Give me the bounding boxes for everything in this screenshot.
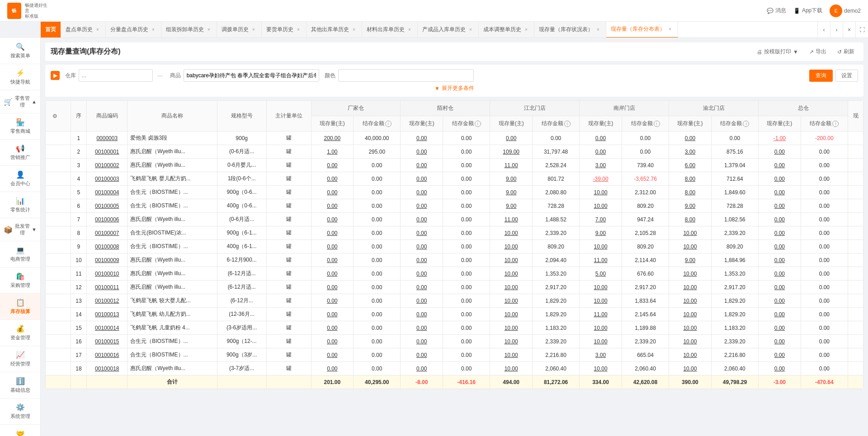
sidebar-item-purchase[interactable]: 🛍️ 采购管理 [0, 267, 40, 294]
table-cell: 0.00 [801, 321, 848, 335]
sidebar-item-wholesale[interactable]: 📦 批发管理 ▼ [0, 218, 40, 241]
table-cell[interactable]: 00100001 [87, 145, 127, 159]
table-cell[interactable]: 00100016 [87, 348, 127, 362]
col-settings-header[interactable]: ⚙ [46, 101, 71, 131]
table-cell [848, 226, 863, 240]
table-cell: 0.00 [801, 362, 848, 375]
total-amt-info[interactable]: i [832, 121, 839, 127]
tab-close-qita[interactable]: × [351, 27, 357, 33]
sidebar-item-collab[interactable]: 🤝 企业协同 [0, 425, 40, 436]
tab-close-pandian[interactable]: × [94, 27, 101, 33]
tab-close-yaohuo[interactable]: × [295, 27, 302, 33]
tab-kucun-dist[interactable]: 现存量（库存分布表） × [606, 22, 678, 38]
table-cell[interactable]: 00100011 [87, 281, 127, 294]
settings-icon[interactable]: ⚙ [48, 110, 61, 122]
table-cell: 1,849.60 [711, 186, 758, 199]
table-cell: 10.00 [669, 321, 712, 335]
tab-close-kucun-status[interactable]: × [595, 27, 601, 33]
sidebar-item-inventory[interactable]: 📋 库存核算 [0, 294, 40, 320]
print-icon: 🖨 [757, 49, 762, 55]
table-cell: 0.00 [354, 321, 401, 335]
table-cell: 400g（0-6... [217, 199, 266, 213]
table-cell: 9 [71, 240, 87, 253]
table-cell: 0.00 [354, 240, 401, 253]
tab-prev-btn[interactable]: ‹ [817, 22, 830, 38]
app-download-btn[interactable]: 📱 App下载 [793, 7, 822, 14]
warehouse-more-btn[interactable]: ··· [156, 72, 165, 79]
table-cell[interactable]: 00100015 [87, 335, 127, 348]
table-cell: 10.00 [669, 362, 712, 375]
table-cell[interactable]: 00100008 [87, 240, 127, 253]
collapse-btn[interactable]: ▶ [51, 71, 60, 80]
tab-maximize-btn[interactable]: ⛶ [855, 22, 868, 38]
tab-fenliang[interactable]: 分量盘点单历史 × [106, 22, 161, 38]
sidebar-item-retail-mgmt[interactable]: 🛒 零售管理 ▲ [0, 90, 40, 113]
factory-amt-info[interactable]: i [385, 121, 392, 127]
tab-close-chengben[interactable]: × [523, 27, 529, 33]
tab-chengpin[interactable]: 产成品入库单历史 × [418, 22, 479, 38]
sidebar-item-retail-stats[interactable]: 📊 零售统计 [0, 192, 40, 218]
tab-close-diaobo[interactable]: × [250, 27, 257, 33]
table-cell: 900g（0-6... [217, 186, 266, 199]
avatar: E [830, 5, 842, 17]
table-cell[interactable]: 00100006 [87, 213, 127, 226]
tab-zuzhuang[interactable]: 组装拆卸单历史 × [161, 22, 217, 38]
tab-close-kucun-dist[interactable]: × [667, 26, 673, 33]
sidebar-item-ecommerce[interactable]: 💻 电商管理 [0, 241, 40, 267]
mucun-amt-info[interactable]: i [475, 121, 481, 127]
sidebar-item-member[interactable]: 👤 会员中心 [0, 166, 40, 192]
sidebar-item-finance[interactable]: 💰 资金管理 [0, 320, 40, 346]
tab-qita[interactable]: 其他出库单历史 × [307, 22, 362, 38]
message-btn[interactable]: 💬 消息 [767, 7, 786, 14]
query-btn[interactable]: 查询 [809, 70, 833, 82]
tab-close-chengpin[interactable]: × [467, 27, 474, 33]
tab-diaobo[interactable]: 调拨单历史 × [217, 22, 262, 38]
export-btn[interactable]: ↗ 导出 [806, 46, 830, 57]
sidebar-item-system[interactable]: ⚙️ 系统管理 [0, 398, 40, 425]
warehouse-input[interactable] [79, 69, 153, 82]
table-cell: 0.00 [622, 131, 669, 145]
table-cell[interactable]: 00100010 [87, 267, 127, 281]
table-cell[interactable]: 00100007 [87, 226, 127, 240]
tab-home[interactable]: 首页 [41, 22, 61, 38]
table-cell[interactable]: 00100009 [87, 253, 127, 267]
table-cell[interactable]: 00100012 [87, 294, 127, 308]
table-cell[interactable]: 0000003 [87, 131, 127, 145]
tab-close-cailiao[interactable]: × [406, 27, 413, 33]
expand-conditions-btn[interactable]: ▼ 展开更多条件 [51, 84, 858, 92]
table-cell: 665.04 [622, 348, 669, 362]
sidebar-item-marketing[interactable]: 📢 营销推广 [0, 140, 40, 166]
tab-close-fenliang[interactable]: × [150, 27, 156, 33]
sidebar-item-retail-mall[interactable]: 🏪 零售商城 [0, 113, 40, 140]
tab-cailiao[interactable]: 材料出库单历史 × [362, 22, 418, 38]
yubei-amt-info[interactable]: i [743, 121, 749, 127]
table-cell[interactable]: 00100005 [87, 199, 127, 213]
table-cell[interactable]: 00100013 [87, 308, 127, 321]
tab-yaohuo[interactable]: 要货单历史 × [262, 22, 307, 38]
jiangbei-amt-info[interactable]: i [564, 121, 571, 127]
tab-close-all-btn[interactable]: × [843, 22, 855, 38]
table-cell[interactable]: 00100003 [87, 172, 127, 186]
table-cell: 0.00 [801, 145, 848, 159]
tab-chengben[interactable]: 成本调整单历史 × [479, 22, 534, 38]
refresh-btn[interactable]: ↺ 刷新 [834, 46, 858, 57]
table-cell[interactable]: 00100002 [87, 159, 127, 172]
table-cell[interactable]: 00100018 [87, 362, 127, 375]
table-cell [848, 172, 863, 186]
tab-next-btn[interactable]: › [830, 22, 843, 38]
tab-close-zuzhuang[interactable]: × [206, 27, 212, 33]
sidebar-item-nav[interactable]: ⚡ 快捷导航 [0, 64, 40, 90]
tab-kucun-status[interactable]: 现存量（库存状况表） × [534, 22, 606, 38]
nanan-amt-info[interactable]: i [654, 121, 660, 127]
tab-pandian[interactable]: 盘点单历史 × [61, 22, 106, 38]
sidebar-item-business[interactable]: 📈 经营管理 [0, 346, 40, 372]
color-input[interactable] [338, 69, 474, 82]
user-avatar[interactable]: E demo2 [830, 5, 861, 17]
goods-input[interactable] [184, 69, 319, 82]
sidebar-item-search[interactable]: 🔍 搜索英单 [0, 38, 40, 64]
table-cell[interactable]: 00100004 [87, 186, 127, 199]
print-btn[interactable]: 🖨 按模版打印 ▼ [753, 46, 802, 57]
table-cell[interactable]: 00100014 [87, 321, 127, 335]
settings-btn[interactable]: 设置 [835, 70, 858, 82]
sidebar-item-base-info[interactable]: ℹ️ 基础信息 [0, 372, 40, 398]
